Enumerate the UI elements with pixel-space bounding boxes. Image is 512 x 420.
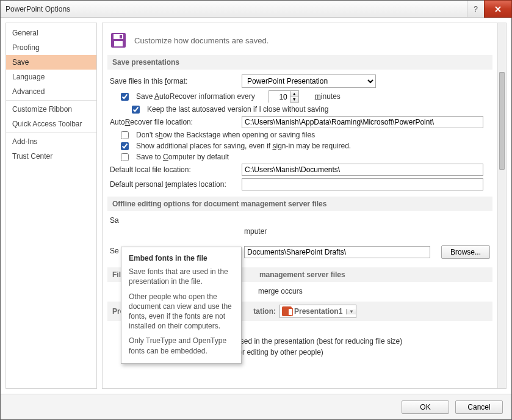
window-title: PowerPoint Options — [5, 5, 467, 13]
label-show-additional-places: Show additional places for saving, even … — [136, 142, 351, 150]
checkbox-save-to-computer[interactable] — [121, 153, 129, 161]
label-autorecover-location: AutoRecover file location: — [110, 118, 237, 126]
checkbox-dont-show-backstage[interactable] — [121, 131, 129, 139]
label-partial-computer: mputer — [244, 227, 267, 236]
label-keep-last-autosaved: Keep the last autosaved version if I clo… — [147, 105, 329, 114]
sidebar-item-quick-access-toolbar[interactable]: Quick Access Toolbar — [6, 117, 96, 131]
svg-rect-3 — [120, 35, 122, 38]
label-save-to-computer: Save to Computer by default — [136, 153, 229, 161]
chevron-down-icon[interactable]: ▼ — [346, 309, 356, 314]
titlebar: PowerPoint Options ? — [1, 1, 511, 18]
sidebar-item-language[interactable]: Language — [6, 70, 96, 84]
tooltip-text: Save fonts that are used in the presenta… — [129, 267, 234, 286]
label-merge: merge occurs — [258, 287, 303, 295]
label-preserve-post: tation: — [253, 307, 276, 316]
section-offline-editing: Offline editing options for document man… — [107, 197, 492, 211]
ok-button[interactable]: OK — [402, 400, 449, 414]
svg-rect-2 — [114, 41, 123, 46]
vertical-scrollbar[interactable] — [497, 23, 506, 388]
dialog-footer: OK Cancel — [1, 394, 511, 419]
row-keep-last: Keep the last autosaved version if I clo… — [132, 105, 490, 114]
options-dialog: PowerPoint Options ? General Proofing Sa… — [0, 0, 512, 420]
save-icon — [110, 32, 127, 49]
page-header: Customize how documents are saved. — [110, 32, 490, 49]
cancel-button[interactable]: Cancel — [455, 400, 503, 414]
checkbox-keep-last-autosaved[interactable] — [132, 106, 140, 114]
category-sidebar: General Proofing Save Language Advanced … — [5, 23, 97, 389]
checkbox-autorecover[interactable] — [121, 93, 129, 101]
tooltip-title: Embed fonts in the file — [129, 253, 234, 263]
tooltip-text: Only TrueType and OpenType fonts can be … — [129, 336, 234, 355]
row-default-templates-location: Default personal templates location: — [110, 178, 490, 190]
input-default-templates-location[interactable] — [242, 178, 483, 190]
row-show-additional-places: Show additional places for saving, even … — [121, 142, 490, 150]
label-save-format: Save files in this format: — [110, 77, 237, 85]
label-autorecover: Save AutoRecover information every — [136, 92, 255, 101]
label-default-templates-location: Default personal templates location: — [110, 180, 237, 189]
help-button[interactable]: ? — [467, 1, 484, 17]
sidebar-item-add-ins[interactable]: Add-Ins — [6, 134, 96, 149]
row-default-local-location: Default local file location: — [110, 164, 490, 176]
row-autorecover-location: AutoRecover file location: — [110, 116, 490, 128]
sidebar-item-customize-ribbon[interactable]: Customize Ribbon — [6, 102, 96, 117]
label-default-local-location: Default local file location: — [110, 165, 237, 174]
combo-presentation[interactable]: Presentation1 ▼ — [279, 305, 356, 318]
sidebar-separator — [6, 100, 96, 101]
combo-presentation-label: Presentation1 — [294, 307, 346, 316]
close-icon — [494, 5, 502, 13]
window-buttons: ? — [467, 1, 511, 17]
label-partial-se: Se — [110, 247, 119, 255]
sidebar-item-proofing[interactable]: Proofing — [6, 40, 96, 55]
row-dont-show-backstage: Don't show the Backstage when opening or… — [121, 131, 490, 139]
checkbox-show-additional-places[interactable] — [121, 142, 129, 150]
sidebar-separator — [6, 132, 96, 133]
input-server-drafts-location[interactable] — [244, 246, 430, 258]
input-default-local-location[interactable] — [242, 164, 483, 176]
label-partial-sa: Sa — [110, 216, 119, 225]
close-button[interactable] — [484, 0, 512, 18]
sidebar-item-general[interactable]: General — [6, 26, 96, 40]
spin-up-icon[interactable]: ▲ — [290, 91, 298, 97]
section-save-presentations: Save presentations — [107, 55, 492, 70]
row-offline-computer: mputer — [244, 227, 490, 236]
tooltip-text: Other people who open the document can v… — [129, 292, 234, 331]
row-save-format: Save files in this format: PowerPoint Pr… — [110, 74, 490, 88]
sidebar-item-save[interactable]: Save — [6, 55, 96, 70]
row-offline-sa: Sa — [110, 216, 490, 225]
select-save-format[interactable]: PowerPoint Presentation — [242, 74, 376, 88]
powerpoint-file-icon — [282, 306, 292, 316]
browse-button[interactable]: Browse... — [441, 245, 490, 259]
row-autorecover: Save AutoRecover information every ▲▼ mi… — [121, 90, 490, 103]
page-subtitle: Customize how documents are saved. — [134, 36, 269, 45]
tooltip-embed-fonts: Embed fonts in the file Save fonts that … — [121, 247, 242, 364]
input-autorecover-location[interactable] — [242, 116, 483, 128]
scrollbar-thumb[interactable] — [499, 72, 505, 170]
row-save-to-computer: Save to Computer by default — [121, 153, 490, 161]
spin-down-icon[interactable]: ▼ — [290, 97, 298, 103]
label-dont-show-backstage: Don't show the Backstage when opening or… — [136, 131, 315, 139]
input-autorecover-minutes[interactable] — [269, 91, 290, 103]
row-server-drafts: Browse... — [244, 245, 490, 259]
label-minutes: minutes — [315, 92, 341, 101]
spinner-autorecover-minutes[interactable]: ▲▼ — [269, 90, 299, 103]
dialog-body: General Proofing Save Language Advanced … — [1, 18, 511, 394]
sidebar-item-advanced[interactable]: Advanced — [6, 84, 96, 99]
sidebar-item-trust-center[interactable]: Trust Center — [6, 149, 96, 164]
